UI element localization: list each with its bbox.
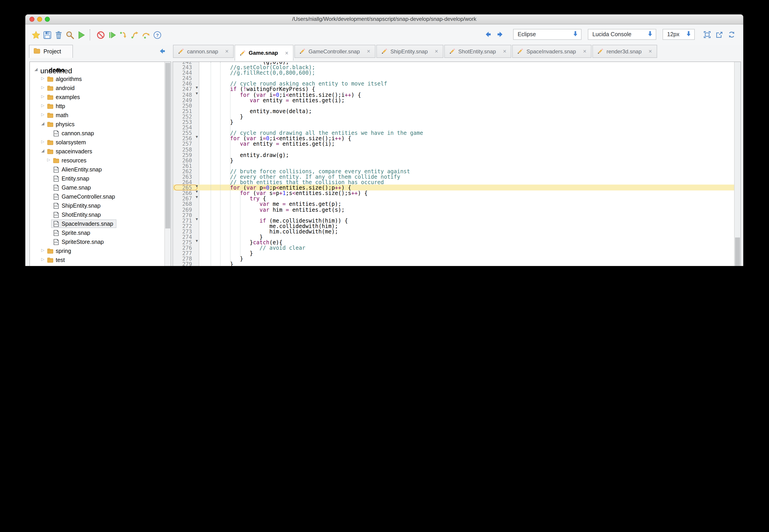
favorite-icon[interactable] [31, 30, 41, 40]
tree-item-algorithms[interactable]: ▷algorithms [30, 75, 165, 84]
code-line-276: // avoid clear [199, 245, 735, 250]
code-line-251: entity.move(delta); [199, 108, 735, 114]
collapse-arrow-icon[interactable]: ◢ [34, 67, 38, 71]
svg-text:<>: <> [54, 168, 58, 171]
project-panel-tab[interactable]: Project [29, 45, 73, 58]
save-icon[interactable] [42, 30, 52, 40]
expand-arrow-icon[interactable]: ▷ [41, 257, 44, 261]
tree-item-AlienEntity.snap[interactable]: <>AlienEntity.snap [30, 165, 165, 174]
expand-arrow-icon[interactable]: ▷ [41, 112, 44, 117]
tree-item-demo[interactable]: ◢undefineddemo [30, 66, 165, 75]
svg-text:<>: <> [54, 231, 58, 235]
tree-item-http[interactable]: ▷http [30, 102, 165, 111]
nav-forward-icon[interactable] [496, 30, 504, 38]
fold-arrow-icon[interactable]: ▼ [196, 239, 198, 243]
step-into-icon[interactable] [118, 30, 128, 40]
code-icon: <> [53, 230, 59, 236]
tree-item-ShotEntity.snap[interactable]: <>ShotEntity.snap [30, 210, 165, 219]
expand-arrow-icon[interactable]: ▷ [47, 157, 50, 162]
tab-label: SpaceInvaders.snap [526, 48, 576, 55]
tree-item-Entity.snap[interactable]: <>Entity.snap [30, 174, 165, 183]
close-tab-icon[interactable]: ✕ [435, 49, 438, 54]
fullscreen-icon[interactable] [703, 30, 712, 39]
tree-item-ShipEntity.snap[interactable]: <>ShipEntity.snap [30, 201, 165, 210]
tree-item-label: http [56, 103, 65, 109]
expand-arrow-icon[interactable]: ▷ [41, 139, 44, 144]
nav-back-icon[interactable] [484, 30, 492, 38]
perspective-select[interactable]: Eclipse [513, 29, 582, 40]
help-icon[interactable]: ? [152, 30, 162, 40]
tree-item-cannon.snap[interactable]: <>cannon.snap [30, 129, 165, 138]
tree-scrollbar-thumb[interactable] [165, 63, 170, 228]
fold-arrow-icon[interactable]: ▼ [196, 217, 198, 221]
export-icon[interactable] [715, 30, 724, 39]
fold-arrow-icon[interactable]: ▼ [196, 195, 198, 199]
code-editor[interactable]: 242243244245246247▼248▼24925025125225325… [172, 62, 741, 266]
code-line-275: }catch(e){ [199, 239, 735, 245]
editor-scrollbar-thumb[interactable] [735, 237, 740, 266]
editor-tab-ShotEntity.snap[interactable]: ShotEntity.snap✕ [444, 45, 511, 58]
close-tab-icon[interactable]: ✕ [367, 49, 370, 54]
expand-arrow-icon[interactable]: ▷ [41, 103, 44, 108]
tree-item-spaceinvaders[interactable]: ◢spaceinvaders [30, 147, 165, 156]
search-icon[interactable] [65, 30, 75, 40]
expand-arrow-icon[interactable]: ▷ [41, 76, 44, 81]
font-size-select[interactable]: 12px [663, 29, 695, 40]
tree-item-Game.snap[interactable]: <>Game.snap [30, 183, 165, 192]
delete-icon[interactable] [53, 30, 63, 40]
resume-icon[interactable] [107, 30, 117, 40]
code-line-244: //g.fillRect(0,0,800,600); [199, 70, 735, 75]
close-tab-icon[interactable]: ✕ [503, 49, 506, 54]
dropdown-arrow-icon [572, 31, 579, 38]
tree-item-SpaceInvaders.snap[interactable]: <>SpaceInvaders.snap [30, 219, 165, 228]
fold-arrow-icon[interactable]: ▼ [196, 86, 198, 90]
tree-item-solarsystem[interactable]: ▷solarsystem [30, 138, 165, 147]
editor-vertical-scrollbar[interactable] [734, 62, 740, 266]
folder-icon [33, 48, 40, 55]
dropdown-arrow-icon [686, 31, 692, 38]
editor-tab-cannon.snap[interactable]: cannon.snap✕ [173, 45, 234, 58]
collapse-panel-button[interactable] [158, 47, 166, 55]
fold-arrow-icon[interactable]: ▼ [196, 135, 198, 139]
tree-item-Sprite.snap[interactable]: <>Sprite.snap [30, 228, 165, 237]
tree-vertical-scrollbar[interactable] [164, 62, 171, 266]
close-tab-icon[interactable]: ✕ [648, 49, 652, 54]
tree-item-SpriteStore.snap[interactable]: <>SpriteStore.snap [30, 237, 165, 247]
code-line-253: } [199, 119, 735, 124]
expand-arrow-icon[interactable]: ▷ [41, 94, 44, 99]
run-icon[interactable] [76, 30, 86, 40]
editor-tab-GameController.snap[interactable]: GameController.snap✕ [294, 45, 375, 58]
editor-tab-Game.snap[interactable]: Game.snap✕ [235, 45, 294, 61]
tree-item-tetris[interactable]: ▷tetris [30, 265, 165, 266]
editor-tab-ShipEntity.snap[interactable]: ShipEntity.snap✕ [376, 45, 443, 58]
close-tab-icon[interactable]: ✕ [225, 49, 229, 54]
tab-label: cannon.snap [187, 48, 218, 55]
collapse-arrow-icon[interactable]: ◢ [41, 148, 44, 153]
expand-arrow-icon[interactable]: ▷ [41, 85, 44, 90]
editor-tab-render3d.snap[interactable]: render3d.snap✕ [593, 45, 657, 58]
pencil-icon [178, 48, 184, 54]
tree-item-resources[interactable]: ▷resources [30, 156, 165, 165]
code-line-266: for (var s=p+1;s<entities.size();s++) { [199, 190, 735, 196]
tree-item-GameController.snap[interactable]: <>GameController.snap [30, 192, 165, 201]
tree-item-test[interactable]: ▷test [30, 256, 165, 265]
code-line-242: (g,0,0); [199, 62, 735, 64]
fold-arrow-icon[interactable]: ▼ [196, 184, 198, 188]
stop-icon[interactable] [95, 30, 105, 40]
tree-item-examples[interactable]: ▷examples [30, 93, 165, 102]
close-tab-icon[interactable]: ✕ [583, 49, 587, 54]
collapse-arrow-icon[interactable]: ◢ [41, 121, 44, 126]
tree-item-android[interactable]: ▷android [30, 84, 165, 93]
step-return-icon[interactable] [129, 30, 139, 40]
step-over-icon[interactable] [141, 30, 151, 40]
refresh-icon[interactable] [727, 30, 736, 39]
editor-tab-SpaceInvaders.snap[interactable]: SpaceInvaders.snap✕ [512, 45, 592, 58]
tree-item-spring[interactable]: ▷spring [30, 247, 165, 256]
fold-arrow-icon[interactable]: ▼ [196, 91, 198, 95]
font-select[interactable]: Lucida Console [588, 29, 656, 40]
fold-arrow-icon[interactable]: ▼ [196, 190, 198, 194]
tree-item-math[interactable]: ▷math [30, 111, 165, 120]
expand-arrow-icon[interactable]: ▷ [41, 248, 44, 252]
tree-item-physics[interactable]: ◢physics [30, 120, 165, 129]
close-tab-icon[interactable]: ✕ [285, 50, 289, 55]
